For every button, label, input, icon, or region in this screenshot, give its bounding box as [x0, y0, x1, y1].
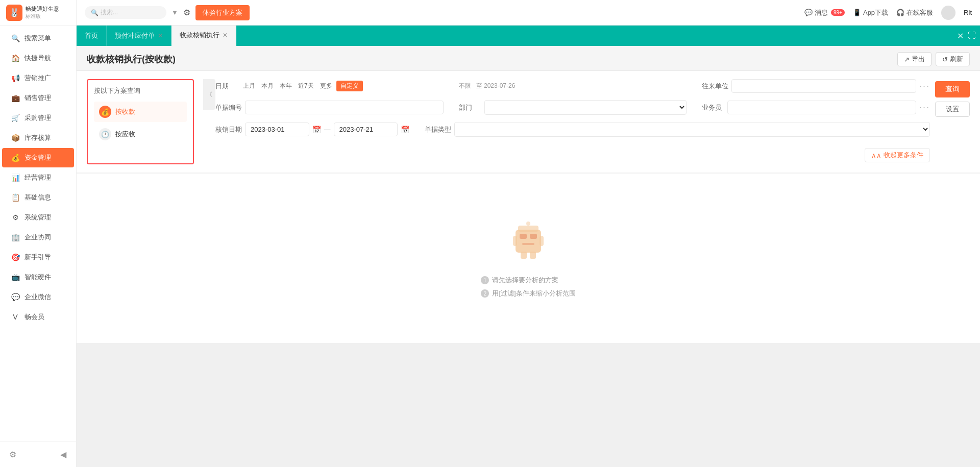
svg-rect-2: [530, 234, 537, 239]
filter-option-receivable[interactable]: 🕐 按应收: [94, 124, 187, 144]
quick-icon: 🏠: [10, 54, 20, 62]
filter-panel-title: 按以下方案查询: [94, 86, 187, 95]
export-icon: ↗: [904, 56, 910, 63]
message-label: 消息: [815, 8, 828, 17]
receivable-filter-icon: 🕐: [99, 128, 111, 140]
date-nolimit-label: 不限: [459, 82, 471, 90]
svg-rect-7: [530, 252, 536, 259]
svg-rect-0: [516, 230, 541, 253]
sidebar-item-system[interactable]: ⚙系统管理: [2, 208, 74, 227]
close-window-icon[interactable]: ✕: [957, 31, 964, 41]
sidebar-item-wechat[interactable]: 💬企业微信: [2, 287, 74, 307]
staff-label: 业务员: [702, 103, 724, 112]
sidebar-item-enterprise[interactable]: 🏢企业协同: [2, 228, 74, 247]
date-this-year[interactable]: 本年: [278, 81, 294, 91]
empty-illustration: [503, 214, 554, 265]
search-placeholder-text: 搜索...: [101, 8, 118, 17]
online-service-label: 在线客服: [906, 8, 933, 17]
sidebar-item-quick[interactable]: 🏠快捷导航: [2, 48, 74, 68]
date-custom[interactable]: 自定义: [336, 81, 363, 91]
date-more[interactable]: 更多: [318, 81, 334, 91]
user-avatar[interactable]: [941, 6, 955, 20]
tab-home[interactable]: 首页: [77, 26, 107, 46]
solution-button[interactable]: 体验行业方案: [195, 5, 250, 20]
gear-icon[interactable]: ⚙: [183, 8, 190, 17]
filter-option-collection[interactable]: 💰 按收款: [94, 102, 187, 122]
tab-prepay-close-icon[interactable]: ✕: [158, 32, 163, 39]
dept-label: 部门: [459, 103, 481, 112]
settings-icon[interactable]: ⚙: [5, 447, 20, 462]
dropdown-arrow-icon[interactable]: ▼: [172, 9, 178, 16]
date-last-month[interactable]: 上月: [241, 81, 257, 91]
date-this-month[interactable]: 本月: [259, 81, 276, 91]
collection-filter-label: 按收款: [115, 107, 135, 116]
doc-type-label: 单据类型: [425, 125, 451, 134]
sidebar-item-member[interactable]: V畅会员: [2, 307, 74, 327]
collapse-filter-button[interactable]: 《: [203, 79, 215, 110]
staff-dots[interactable]: ···: [919, 102, 930, 113]
logo-icon: 🐰: [6, 5, 22, 21]
tab-prepay[interactable]: 预付冲应付单 ✕: [107, 26, 172, 46]
collapse-more-button[interactable]: ∧∧ 收起更多条件: [865, 148, 930, 162]
tabbar: 首页 预付冲应付单 ✕ 收款核销执行 ✕ ✕ ⛶: [77, 26, 980, 46]
sidebar-nav: 🔍搜索菜单🏠快捷导航📢营销推广💼销售管理🛒采购管理📦库存核算💰资金管理📊经营管理…: [0, 26, 76, 441]
inventory-icon: 📦: [10, 134, 20, 142]
sidebar-item-marketing[interactable]: 📢营销推广: [2, 68, 74, 88]
verify-start-input[interactable]: [245, 122, 309, 136]
sidebar-item-operations[interactable]: 📊经营管理: [2, 168, 74, 187]
svg-rect-6: [521, 252, 527, 259]
message-action[interactable]: 💬 消息 99+: [804, 8, 845, 17]
doc-no-input[interactable]: [245, 101, 444, 114]
export-button[interactable]: ↗ 导出: [897, 52, 932, 66]
collapse-more-row: ∧∧ 收起更多条件: [215, 144, 930, 164]
topbar-search[interactable]: 🔍 搜索...: [85, 6, 166, 19]
setting-button[interactable]: 设置: [935, 102, 970, 117]
sidebar-item-basic[interactable]: 📋基础信息: [2, 188, 74, 207]
app-download-action[interactable]: 📱 App下载: [853, 8, 888, 17]
online-service-action[interactable]: 🎧 在线客服: [896, 8, 933, 17]
date-to-label: 至 2023-07-26: [476, 82, 516, 90]
dept-select[interactable]: [484, 100, 687, 115]
filter-section: 按以下方案查询 💰 按收款 🕐 按应收 《 日期: [77, 71, 980, 173]
query-button[interactable]: 查询: [935, 81, 970, 97]
cal-end-icon[interactable]: 📅: [401, 126, 409, 134]
tab-collection-close-icon[interactable]: ✕: [223, 32, 228, 39]
verify-end-input[interactable]: [334, 122, 398, 136]
tip-num-2: 2: [481, 289, 489, 298]
marketing-icon: 📢: [10, 74, 20, 82]
sidebar-item-guide[interactable]: 🎯新手引导: [2, 248, 74, 267]
collection-filter-icon: 💰: [99, 106, 111, 118]
topbar-actions: 💬 消息 99+ 📱 App下载 🎧 在线客服 Rit: [804, 6, 972, 20]
sidebar-item-sales[interactable]: 💼销售管理: [2, 88, 74, 108]
sidebar-item-finance[interactable]: 💰资金管理: [2, 148, 74, 167]
partner-dots[interactable]: ···: [919, 81, 930, 91]
cal-start-icon[interactable]: 📅: [312, 126, 321, 134]
date-label: 日期: [215, 82, 238, 91]
sidebar-bottom: ⚙ ◀: [0, 441, 76, 467]
date-7days[interactable]: 近7天: [296, 81, 316, 91]
staff-input[interactable]: [727, 101, 916, 114]
collapse-label: 收起更多条件: [884, 151, 923, 160]
collapse-sidebar-icon[interactable]: ◀: [56, 447, 71, 462]
user-name[interactable]: Rit: [964, 9, 972, 16]
tab-collection[interactable]: 收款核销执行 ✕: [172, 26, 236, 46]
sidebar-item-purchase[interactable]: 🛒采购管理: [2, 108, 74, 128]
sidebar-item-hardware[interactable]: 📺智能硬件: [2, 267, 74, 287]
refresh-button[interactable]: ↺ 刷新: [936, 52, 970, 66]
doc-type-select[interactable]: [454, 122, 930, 137]
svg-rect-4: [513, 236, 517, 246]
partner-label: 往来单位: [702, 82, 728, 91]
collapse-up-icon: ∧∧: [871, 152, 881, 159]
finance-icon: 💰: [10, 154, 20, 162]
sales-icon: 💼: [10, 94, 20, 102]
expand-icon[interactable]: ⛶: [968, 31, 976, 40]
sidebar-item-search[interactable]: 🔍搜索菜单: [2, 29, 74, 48]
empty-tip-1: 1 请先选择要分析的方案: [481, 276, 575, 285]
app-logo: 🐰 畅捷通好生意 标准版: [0, 0, 76, 26]
page-title: 收款核销执行(按收款): [87, 53, 176, 65]
partner-input[interactable]: [731, 79, 916, 93]
sidebar-item-inventory[interactable]: 📦库存核算: [2, 128, 74, 148]
hardware-icon: 📺: [10, 273, 20, 281]
svg-rect-1: [520, 234, 527, 239]
form-row-1: 日期 上月 本月 本年 近7天 更多 自定义 不限 至 2023-07-26: [215, 79, 930, 93]
